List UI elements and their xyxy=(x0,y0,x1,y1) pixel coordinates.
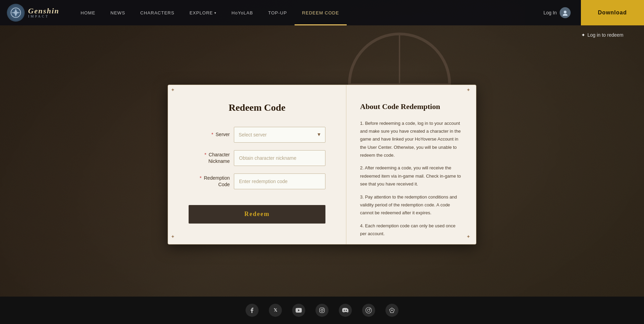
code-input[interactable] xyxy=(234,173,325,189)
nickname-input[interactable] xyxy=(234,150,325,166)
svg-point-11 xyxy=(391,310,393,311)
social-discord[interactable] xyxy=(339,304,352,317)
server-select[interactable]: America Europe Asia TW, HK, MO xyxy=(234,127,325,143)
code-row: * RedemptionCode xyxy=(189,173,325,189)
social-twitter[interactable]: 𝕏 xyxy=(269,304,282,317)
nickname-label-text: CharacterNickname xyxy=(208,152,230,164)
social-instagram[interactable] xyxy=(315,304,329,317)
svg-point-8 xyxy=(370,309,370,309)
redeem-modal: ✦ ✦ ✦ ✦ Redeem Code * Server America xyxy=(168,85,476,244)
twitter-icon: 𝕏 xyxy=(274,308,277,313)
svg-line-9 xyxy=(369,309,370,309)
nav-home[interactable]: HOME xyxy=(73,0,103,25)
social-youtube[interactable] xyxy=(292,304,305,317)
about-para-3: 3. Pay attention to the redemption condi… xyxy=(360,193,462,217)
hint-star-icon: ✦ xyxy=(581,32,585,38)
logo[interactable]: Genshin IMPACT xyxy=(7,4,59,22)
social-facebook[interactable] xyxy=(246,304,259,317)
about-text: 1. Before redeeming a code, log in to yo… xyxy=(360,119,462,236)
nickname-required-marker: * xyxy=(204,152,206,157)
about-para-2: 2. After redeeming a code, you will rece… xyxy=(360,164,462,188)
server-row: * Server America Europe Asia TW, HK, MO … xyxy=(189,127,325,143)
svg-point-6 xyxy=(366,308,372,313)
logo-icon xyxy=(7,4,25,22)
svg-point-7 xyxy=(368,309,370,312)
code-label-text: RedemptionCode xyxy=(204,175,230,187)
svg-rect-3 xyxy=(320,308,324,313)
server-required-marker: * xyxy=(211,132,213,137)
about-para-4: 4. Each redemption code can only be used… xyxy=(360,222,462,236)
navbar-right: Log In Download xyxy=(533,0,644,25)
navbar-left: Genshin IMPACT HOME NEWS CHARACTERS EXPL… xyxy=(7,0,347,25)
corner-tr-icon: ✦ xyxy=(466,88,473,95)
footer: 𝕏 xyxy=(0,297,644,324)
corner-tl-icon: ✦ xyxy=(171,88,178,95)
login-label: Log In xyxy=(544,10,557,15)
hint-text: Log in to redeem xyxy=(587,32,623,38)
server-label: * Server xyxy=(189,131,230,137)
code-required-marker: * xyxy=(200,175,201,181)
download-button[interactable]: Download xyxy=(581,0,644,25)
code-label: * RedemptionCode xyxy=(189,175,230,187)
svg-point-2 xyxy=(564,11,567,13)
nickname-label: * CharacterNickname xyxy=(189,152,230,164)
redeem-button[interactable]: Redeem xyxy=(189,205,325,224)
user-avatar-icon xyxy=(560,7,571,18)
nav-news[interactable]: NEWS xyxy=(103,0,133,25)
corner-bl-icon: ✦ xyxy=(171,235,178,241)
nav-links: HOME NEWS CHARACTERS EXPLORE ▾ HoYoLAB T… xyxy=(73,0,347,25)
nav-redeem-code[interactable]: REDEEM CODE xyxy=(295,0,347,25)
about-title: About Code Redemption xyxy=(360,102,462,111)
right-panel: About Code Redemption 1. Before redeemin… xyxy=(346,85,476,236)
navbar: Genshin IMPACT HOME NEWS CHARACTERS EXPL… xyxy=(0,0,644,25)
social-discord2[interactable] xyxy=(385,304,398,317)
nav-hoyolab[interactable]: HoYoLAB xyxy=(224,0,261,25)
explore-chevron-icon: ▾ xyxy=(214,11,216,15)
logo-text-area: Genshin IMPACT xyxy=(28,7,59,18)
nav-topup[interactable]: TOP-UP xyxy=(261,0,295,25)
corner-br-icon: ✦ xyxy=(466,235,473,241)
left-panel: Redeem Code * Server America Europe Asia xyxy=(168,85,346,244)
about-para-1: 1. Before redeeming a code, log in to yo… xyxy=(360,119,462,159)
nickname-row: * CharacterNickname xyxy=(189,150,325,166)
login-button[interactable]: Log In xyxy=(533,0,581,25)
svg-point-4 xyxy=(321,309,323,311)
logo-main-text: Genshin xyxy=(28,7,59,15)
server-select-wrapper: America Europe Asia TW, HK, MO ▼ Select … xyxy=(234,127,325,143)
svg-point-5 xyxy=(323,309,324,309)
nav-explore[interactable]: EXPLORE ▾ xyxy=(182,0,224,25)
login-hint[interactable]: ✦ Log in to redeem xyxy=(581,32,623,38)
logo-sub-text: IMPACT xyxy=(28,15,59,18)
page-area: ✦ Log in to redeem ✦ ✦ ✦ ✦ Redeem Code *… xyxy=(0,25,644,297)
social-reddit[interactable] xyxy=(362,304,375,317)
main-content: ✦ Log in to redeem ✦ ✦ ✦ ✦ Redeem Code *… xyxy=(0,0,644,324)
nav-characters[interactable]: CHARACTERS xyxy=(133,0,182,25)
redeem-form-title: Redeem Code xyxy=(189,102,325,113)
